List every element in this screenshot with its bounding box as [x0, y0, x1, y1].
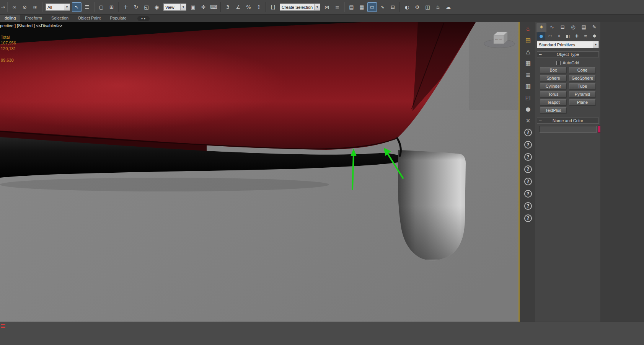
render-in-cloud-button[interactable]: ☁ [443, 2, 453, 12]
help-button[interactable]: ? [524, 202, 532, 210]
ribbon-tab[interactable]: Populate [105, 15, 131, 22]
category-helpers[interactable]: ✚ [573, 32, 581, 40]
primitive-button[interactable]: Box [540, 67, 567, 74]
object-name-field[interactable] [539, 126, 597, 133]
schematic-view-button[interactable]: ⊟ [388, 2, 398, 12]
rendered-frame-window-button[interactable]: ◫ [423, 2, 432, 12]
tab-create[interactable]: ✶ [536, 23, 546, 32]
angle-snap-toggle[interactable]: ∠ [233, 2, 243, 12]
statistics-line: 120,131 [1, 46, 16, 52]
help-button[interactable]: ? [524, 214, 532, 222]
category-lights[interactable]: ✦ [555, 32, 563, 40]
ribbon-tab[interactable]: Selection [47, 15, 73, 22]
reference-coordinate-dropdown[interactable]: View ▾ [163, 3, 186, 11]
edit-named-selection-sets-button[interactable]: {} [268, 2, 278, 12]
ribbon-tab[interactable]: deling [0, 15, 20, 22]
select-and-place-button[interactable]: ◉ [152, 2, 161, 12]
toggle-ribbon-button[interactable]: ▭ [367, 2, 377, 12]
preset-icon[interactable]: ◰ [523, 93, 533, 102]
tab-display[interactable]: ▤ [579, 23, 589, 32]
window-crossing-toggle[interactable]: ⊞ [107, 2, 116, 12]
close-icon[interactable]: × [523, 116, 533, 125]
align-button[interactable]: ≡ [333, 2, 342, 12]
create-category-row: ●◠✦◧✚≋✱ [535, 32, 600, 40]
primitive-button[interactable]: Cone [569, 67, 596, 74]
help-button[interactable]: ? [524, 165, 532, 173]
ribbon-tab[interactable]: Object Paint [73, 15, 105, 22]
name-and-color-rollout-header[interactable]: − Name and Color [537, 118, 599, 124]
maxscript-mini-listener[interactable] [1, 324, 5, 328]
category-geometry[interactable]: ● [537, 32, 545, 40]
primitive-button[interactable]: TextPlus [540, 107, 567, 114]
spinner-snap-toggle[interactable]: ↕ [254, 2, 264, 12]
primitive-button[interactable]: Teapot [540, 99, 567, 106]
help-button[interactable]: ? [524, 178, 532, 185]
ribbon-minimize-button[interactable]: ▾ ▾ [137, 16, 150, 21]
category-systems[interactable]: ✱ [590, 32, 598, 40]
glyph: ◧ [566, 34, 570, 39]
glyph: ▣ [191, 4, 195, 10]
help-button[interactable]: ? [524, 141, 532, 149]
tab-hierarchy[interactable]: ⊟ [558, 23, 567, 32]
primitive-button[interactable]: GeoSphere [569, 75, 596, 82]
glyph: ▭ [370, 4, 374, 10]
help-button[interactable]: ? [524, 190, 532, 198]
select-and-rotate-button[interactable]: ↻ [131, 2, 141, 12]
named-selection-sets-dropdown[interactable]: Create Selection Se ▾ [280, 3, 320, 11]
use-pivot-point-center-button[interactable]: ▣ [188, 2, 198, 12]
tab-motion[interactable]: ◎ [568, 23, 578, 32]
glyph: ? [527, 216, 530, 221]
rectangular-selection-region-button[interactable]: ▢ [96, 2, 106, 12]
primitive-button[interactable]: Tube [569, 83, 596, 90]
viewport[interactable]: FRONT pective ] [Shaded ] <<Disabled>> T… [0, 22, 520, 322]
subcategory-dropdown[interactable]: Standard Primitives ▾ [537, 41, 599, 48]
curve-editor-button[interactable]: ∿ [378, 2, 387, 12]
checker-icon[interactable]: ▦ [523, 59, 533, 68]
unlink-selection-button[interactable]: ⊘ [20, 2, 29, 12]
help-button[interactable]: ? [524, 153, 532, 161]
select-by-name-button[interactable]: ☰ [82, 2, 92, 12]
primitive-button[interactable]: Pyramid [569, 91, 596, 98]
glyph: ◫ [425, 4, 430, 10]
render-production-button[interactable]: ♨ [433, 2, 443, 12]
tab-modify[interactable]: ∿ [547, 23, 557, 32]
measure-icon[interactable]: △ [523, 47, 533, 56]
primitive-button[interactable]: Sphere [540, 75, 567, 82]
category-space-warps[interactable]: ≋ [582, 32, 590, 40]
selection-filter-dropdown[interactable]: All ▾ [46, 3, 70, 11]
select-and-link-button[interactable]: ∞ [10, 2, 19, 12]
primitive-button[interactable]: Cylinder [540, 83, 567, 90]
viewport-label[interactable]: pective ] [Shaded ] <<Disabled>> [0, 23, 62, 28]
category-shapes[interactable]: ◠ [546, 32, 554, 40]
render-setup-button[interactable]: ⚙ [412, 2, 422, 12]
select-and-manipulate-button[interactable]: ✜ [199, 2, 208, 12]
tab-utilities[interactable]: ✎ [589, 23, 599, 32]
collapse-icon: − [537, 118, 543, 123]
viewport-scene: FRONT [0, 22, 518, 322]
folder-icon[interactable]: ▤ [523, 36, 533, 45]
select-and-move-button[interactable]: ✛ [121, 2, 130, 12]
redo-arrow-icon[interactable]: → [1, 4, 5, 10]
toggle-scene-explorer-button[interactable]: ▤ [347, 2, 356, 12]
snaps-toggle-button[interactable]: 3 [223, 2, 233, 12]
select-and-scale-button[interactable]: ◱ [142, 2, 151, 12]
autogrid-checkbox[interactable] [556, 61, 561, 65]
teapot-icon[interactable]: ♨ [523, 24, 533, 33]
select-object-button[interactable]: ↖ [72, 2, 82, 12]
glyph: ⌨ [210, 4, 217, 10]
object-type-rollout-header[interactable]: − Object Type [537, 51, 599, 57]
primitive-button[interactable]: Torus [540, 91, 567, 98]
sphere-icon[interactable]: ● [523, 105, 533, 114]
material-editor-button[interactable]: ◐ [402, 2, 412, 12]
ribbon-tab[interactable]: Freeform [20, 15, 47, 22]
bind-to-space-warp-button[interactable]: ≋ [30, 2, 40, 12]
help-button[interactable]: ? [524, 129, 532, 136]
percent-snap-toggle[interactable]: % [244, 2, 253, 12]
grid-icon[interactable]: ▥ [523, 82, 533, 91]
keyboard-shortcut-override-toggle[interactable]: ⌨ [209, 2, 218, 12]
layers-icon[interactable]: ≣ [523, 70, 533, 79]
primitive-button[interactable]: Plane [569, 99, 596, 106]
category-cameras[interactable]: ◧ [564, 32, 572, 40]
toggle-layer-explorer-button[interactable]: ▦ [357, 2, 367, 12]
mirror-button[interactable]: ⋈ [322, 2, 332, 12]
